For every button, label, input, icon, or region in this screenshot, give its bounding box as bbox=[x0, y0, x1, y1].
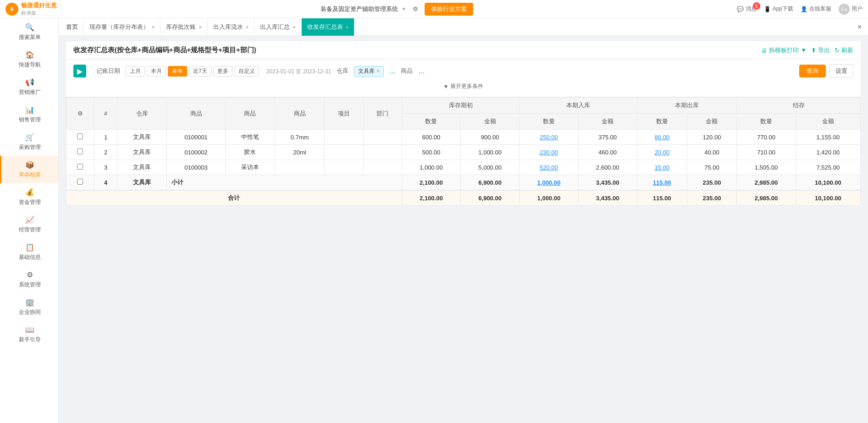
online-service-label: 在线客服 bbox=[809, 5, 831, 13]
marketing-icon: 📢 bbox=[25, 78, 34, 87]
message-button[interactable]: 💬 消息 6 bbox=[737, 5, 757, 13]
sidebar: 🔍 搜索菜单 🏠 快捷导航 📢 营销推广 📊 销售管理 🛒 采购管理 📦 库存核… bbox=[0, 18, 59, 423]
warehouse-tag[interactable]: 文具库 × bbox=[354, 66, 384, 77]
subtotal-in-qty[interactable]: 1,000.00 bbox=[520, 175, 578, 191]
sidebar-item-inventory[interactable]: 📦 库存核算 bbox=[0, 156, 58, 183]
subtotal-check[interactable] bbox=[66, 175, 94, 191]
row-out-qty[interactable]: 20.00 bbox=[637, 145, 687, 160]
sidebar-item-enterprise[interactable]: 🏢 企业协同 bbox=[0, 293, 58, 321]
warehouse-more-button[interactable]: ... bbox=[389, 67, 395, 75]
warehouse-tag-remove[interactable]: × bbox=[376, 68, 380, 74]
close-tab-inventory-dist[interactable]: × bbox=[152, 24, 155, 30]
row-out-qty[interactable]: 80.00 bbox=[637, 130, 687, 145]
gear-icon: ⚙ bbox=[77, 110, 83, 117]
sidebar-item-purchase[interactable]: 🛒 采购管理 bbox=[0, 128, 58, 156]
tab-inventory-dist[interactable]: 现存量（库存分布表） × bbox=[84, 18, 160, 36]
total-out-qty: 115.00 bbox=[637, 190, 687, 206]
row-in-qty[interactable]: 520.00 bbox=[520, 160, 578, 175]
sidebar-item-sales[interactable]: 📊 销售管理 bbox=[0, 101, 58, 128]
th-in-amt: 金额 bbox=[578, 114, 637, 130]
tab-inout-summary[interactable]: 出入库汇总 × bbox=[254, 18, 301, 36]
export-label: 导出 bbox=[818, 46, 830, 55]
tab-inout-flow[interactable]: 出入库流水 × bbox=[208, 18, 254, 36]
row-check[interactable] bbox=[66, 145, 94, 160]
search-button[interactable]: 查询 bbox=[799, 65, 826, 77]
sidebar-label-guide: 新手引导 bbox=[19, 336, 41, 344]
sidebar-item-system[interactable]: ⚙ 系统管理 bbox=[0, 266, 58, 293]
setting-button[interactable]: 设置 bbox=[829, 64, 853, 78]
print-label: 拆模板打印 bbox=[769, 46, 799, 55]
row-check[interactable] bbox=[66, 130, 94, 145]
total-out-amt: 235.00 bbox=[687, 190, 737, 206]
experience-button[interactable]: 体验行业方案 bbox=[425, 3, 473, 16]
refresh-button[interactable]: ↻ 刷新 bbox=[835, 46, 853, 55]
sidebar-item-search[interactable]: 🔍 搜索菜单 bbox=[0, 18, 58, 46]
expand-conditions-button[interactable]: ▼ 展开更多条件 bbox=[440, 81, 487, 92]
row-warehouse: 文具库 bbox=[117, 130, 166, 145]
th-settings[interactable]: ⚙ bbox=[66, 98, 94, 130]
date-btn-this-year[interactable]: 本年 bbox=[168, 66, 187, 77]
row-out-amt: 40.00 bbox=[687, 145, 737, 160]
row-product-code: 0100002 bbox=[166, 145, 225, 160]
row-product-name: 中性笔 bbox=[226, 130, 275, 145]
filter-toggle-button[interactable]: ▶ bbox=[73, 65, 86, 77]
subtotal-bal-qty: 2,985.00 bbox=[737, 175, 796, 191]
finance-icon: 💰 bbox=[25, 188, 34, 197]
close-tab-recv-summary[interactable]: × bbox=[346, 24, 348, 30]
export-button[interactable]: ⬆ 导出 bbox=[811, 46, 830, 55]
subtotal-label: 小计 bbox=[166, 175, 402, 191]
th-open-amt: 金额 bbox=[461, 114, 520, 130]
row-dept bbox=[363, 145, 402, 160]
sidebar-label-enterprise: 企业协同 bbox=[19, 308, 41, 316]
row-out-qty[interactable]: 15.00 bbox=[637, 160, 687, 175]
tab-home[interactable]: 首页 bbox=[61, 18, 84, 36]
avatar: Ea bbox=[839, 4, 850, 15]
sales-icon: 📊 bbox=[25, 105, 34, 114]
date-btn-last-month[interactable]: 上月 bbox=[126, 66, 145, 77]
date-btn-custom[interactable]: 自定义 bbox=[234, 66, 259, 77]
system-title: 装备及固定资产辅助管理系统 bbox=[321, 5, 398, 13]
tab-inout-flow-label: 出入库流水 bbox=[213, 23, 243, 31]
sidebar-label-operations: 经营管理 bbox=[19, 226, 41, 234]
date-btn-7days[interactable]: 近7天 bbox=[189, 66, 211, 77]
sidebar-item-basic-info[interactable]: 📋 基础信息 bbox=[0, 238, 58, 266]
close-tab-inout-flow[interactable]: × bbox=[246, 24, 249, 30]
row-spec: 0.7mm bbox=[275, 130, 325, 145]
main-layout: 🔍 搜索菜单 🏠 快捷导航 📢 营销推广 📊 销售管理 🛒 采购管理 📦 库存核… bbox=[0, 18, 868, 423]
warehouse-tag-text: 文具库 bbox=[358, 67, 375, 75]
sidebar-item-finance[interactable]: 💰 资金管理 bbox=[0, 183, 58, 211]
sidebar-item-operations[interactable]: 📈 经营管理 bbox=[0, 211, 58, 238]
tab-home-label: 首页 bbox=[66, 23, 78, 31]
close-all-tabs[interactable]: × bbox=[853, 23, 866, 31]
row-in-qty[interactable]: 230.00 bbox=[520, 145, 578, 160]
header-center: 装备及固定资产辅助管理系统 ▼ ⚙ 体验行业方案 bbox=[321, 3, 473, 16]
table-row: 2 文具库 0100002 胶水 20ml 500.00 1,000.00 23… bbox=[66, 145, 861, 160]
row-in-qty[interactable]: 250.00 bbox=[520, 130, 578, 145]
tab-batch[interactable]: 库存批次账 × bbox=[160, 18, 207, 36]
tab-recv-summary[interactable]: 收发存汇总表 × bbox=[302, 18, 354, 36]
print-button[interactable]: 🖨 拆模板打印 ▼ bbox=[761, 46, 807, 55]
sidebar-item-quick-nav[interactable]: 🏠 快捷导航 bbox=[0, 46, 58, 73]
tab-inventory-dist-label: 现存量（库存分布表） bbox=[89, 23, 149, 31]
basic-info-icon: 📋 bbox=[25, 243, 34, 252]
th-open-qty: 数量 bbox=[402, 114, 460, 130]
subtotal-out-qty[interactable]: 115.00 bbox=[637, 175, 687, 191]
date-btn-more[interactable]: 更多 bbox=[213, 66, 232, 77]
date-btn-this-month[interactable]: 本月 bbox=[147, 66, 166, 77]
sidebar-item-marketing[interactable]: 📢 营销推广 bbox=[0, 73, 58, 101]
message-icon: 💬 bbox=[737, 6, 744, 12]
settings-icon[interactable]: ⚙ bbox=[410, 4, 421, 15]
row-check[interactable] bbox=[66, 160, 94, 175]
row-dept bbox=[363, 160, 402, 175]
app-download-button[interactable]: 📱 App下载 bbox=[764, 5, 793, 13]
product-more-button[interactable]: ... bbox=[418, 67, 424, 75]
sidebar-item-guide[interactable]: 📖 新手引导 bbox=[0, 321, 58, 348]
th-product-name: 商品 bbox=[226, 98, 275, 130]
close-tab-batch[interactable]: × bbox=[199, 24, 201, 30]
sidebar-label-inventory: 库存核算 bbox=[19, 171, 41, 179]
online-service-button[interactable]: 👤 在线客服 bbox=[801, 5, 831, 13]
top-header: 6 畅捷通好生意 标准版 装备及固定资产辅助管理系统 ▼ ⚙ 体验行业方案 💬 … bbox=[0, 0, 868, 18]
user-menu[interactable]: Ea 用户 bbox=[839, 4, 862, 15]
close-tab-inout-summary[interactable]: × bbox=[293, 24, 295, 30]
system-dropdown[interactable]: ▼ bbox=[402, 6, 406, 11]
